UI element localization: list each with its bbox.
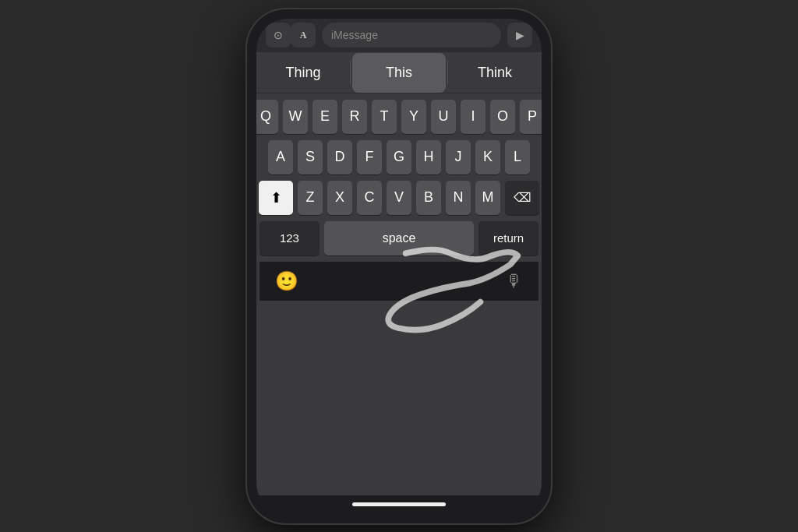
shift-key[interactable]: ⬆ [259,181,293,215]
key-b[interactable]: B [416,181,441,215]
keyboard-row-2: A S D F G H J K L [260,140,538,174]
key-q[interactable]: Q [256,100,278,134]
autocomplete-divider-left [350,61,351,84]
key-x[interactable]: X [327,181,352,215]
key-d[interactable]: D [327,140,352,174]
keyboard: Q W E R T Y U I O P A S D F G H J K [256,93,542,495]
phone-screen: ⊙ A iMessage ▶ Thing This Think [256,19,542,514]
key-p[interactable]: P [520,100,542,134]
space-key[interactable]: space [324,221,474,255]
camera-button[interactable]: ⊙ [266,23,291,48]
autocomplete-left-label: Thing [285,65,320,81]
send-button[interactable]: ▶ [507,23,532,48]
autocomplete-center-label: This [386,65,412,81]
key-s[interactable]: S [298,140,323,174]
key-t[interactable]: T [372,100,397,134]
send-icon: ▶ [516,29,524,42]
key-z[interactable]: Z [298,181,323,215]
emoji-button[interactable]: 🙂 [275,270,298,292]
camera-icon: ⊙ [274,29,283,42]
phone-device: ⊙ A iMessage ▶ Thing This Think [247,9,551,523]
shift-icon: ⬆ [270,189,282,206]
keyboard-row-4: 123 space return [260,221,538,255]
keyboard-row-1: Q W E R T Y U I O P [260,100,538,134]
key-k[interactable]: K [475,140,500,174]
key-o[interactable]: O [490,100,515,134]
key-h[interactable]: H [416,140,441,174]
key-y[interactable]: Y [401,100,426,134]
key-v[interactable]: V [387,181,411,215]
key-a[interactable]: A [268,140,293,174]
message-placeholder: iMessage [331,29,378,41]
mic-button[interactable]: 🎙 [506,271,523,291]
home-indicator [256,495,542,514]
autocomplete-center[interactable]: This [352,53,446,93]
key-r[interactable]: R [342,100,367,134]
key-m[interactable]: M [475,181,500,215]
key-w[interactable]: W [283,100,308,134]
key-n[interactable]: N [446,181,471,215]
return-key[interactable]: return [478,221,538,255]
apps-icon: A [300,30,307,41]
key-g[interactable]: G [387,140,411,174]
keyboard-row-3: ⬆ Z X C V B N M ⌫ [260,181,538,215]
apps-button[interactable]: A [291,23,316,48]
home-bar [352,502,446,506]
key-i[interactable]: I [461,100,486,134]
space-label: space [383,231,416,245]
numbers-label: 123 [280,231,299,245]
backspace-icon: ⌫ [514,190,531,205]
key-j[interactable]: J [446,140,471,174]
key-e[interactable]: E [312,100,337,134]
autocomplete-right[interactable]: Think [448,53,542,93]
autocomplete-bar: Thing This Think [256,53,542,93]
key-c[interactable]: C [357,181,382,215]
autocomplete-right-label: Think [478,65,512,81]
autocomplete-left[interactable]: Thing [256,53,350,93]
message-input[interactable]: iMessage [322,23,501,48]
top-bar: ⊙ A iMessage ▶ [256,19,542,53]
key-u[interactable]: U [431,100,456,134]
keyboard-bottom-icons: 🙂 🎙 [260,262,538,301]
key-l[interactable]: L [505,140,530,174]
key-f[interactable]: F [357,140,382,174]
numbers-key[interactable]: 123 [260,221,320,255]
backspace-key[interactable]: ⌫ [505,181,539,215]
return-label: return [493,231,524,245]
